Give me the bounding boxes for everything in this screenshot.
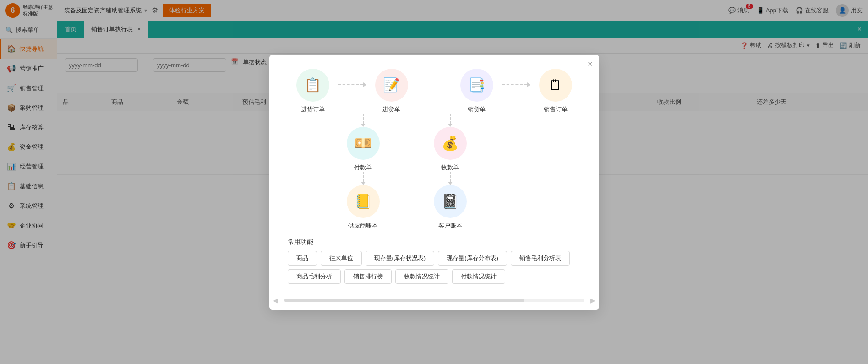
flow-item-payment[interactable]: 💴 付款单 [338,127,388,172]
supplier-ledger-label: 供应商账本 [348,222,378,230]
payment-icon: 💴 [347,127,380,160]
common-functions-section: 常用功能 商品 往来单位 现存量(库存状况表) 现存量(库存分布表) 销售毛利分… [288,238,581,284]
arrow-purchase-order-to-slip [338,82,366,87]
customer-ledger-icon: 📓 [434,185,467,218]
payment-label: 付款单 [354,163,372,172]
flow-item-purchase-order[interactable]: 📋 进货订单 [288,69,338,114]
supplier-ledger-icon: 📒 [347,185,380,218]
flow-item-receipt[interactable]: 💰 收款单 [425,127,475,172]
purchase-slip-label: 进货单 [382,105,400,114]
flow-item-sales-order[interactable]: 🗒 销售订单 [530,69,581,114]
flow-item-purchase-slip[interactable]: 📝 进货单 [366,69,417,114]
flow-item-sales-slip[interactable]: 📑 销货单 [452,69,502,114]
btn-receipt-stats[interactable]: 收款情况统计 [395,269,448,284]
quick-nav-modal: × 📋 进货订单 📝 进货单 [269,55,599,310]
btn-partner[interactable]: 往来单位 [321,251,362,266]
btn-sales-gross[interactable]: 销售毛利分析表 [511,251,570,266]
modal-close-button[interactable]: × [588,60,593,69]
btn-product[interactable]: 商品 [288,251,317,266]
flow-item-supplier-ledger[interactable]: 📒 供应商账本 [338,185,388,230]
btn-product-gross[interactable]: 商品毛利分析 [288,269,341,284]
common-buttons-container: 商品 往来单位 现存量(库存状况表) 现存量(库存分布表) 销售毛利分析表 商品… [288,251,581,284]
purchase-order-icon: 📋 [296,69,329,102]
purchase-slip-icon: 📝 [375,69,408,102]
customer-ledger-label: 客户账本 [438,222,462,230]
purchase-order-label: 进货订单 [301,105,325,114]
scroll-left-arrow[interactable]: ◀ [269,297,278,304]
receipt-icon: 💰 [434,127,467,160]
modal-overlay[interactable]: × 📋 进货订单 📝 进货单 [0,0,868,364]
common-functions-title: 常用功能 [288,238,581,246]
flow-item-customer-ledger[interactable]: 📓 客户账本 [425,185,475,230]
sales-slip-icon: 📑 [460,69,493,102]
btn-payment-stats[interactable]: 付款情况统计 [452,269,505,284]
modal-body: 📋 进货订单 📝 进货单 [269,55,599,293]
btn-stock-status[interactable]: 现存量(库存状况表) [366,251,435,266]
arrow-sales-slip-down [448,114,453,127]
scroll-thumb[interactable] [284,299,524,302]
arrow-receipt-down [448,172,453,185]
scroll-right-arrow[interactable]: ▶ [590,297,599,304]
btn-sales-rank[interactable]: 销售排行榜 [344,269,392,284]
btn-stock-dist[interactable]: 现存量(库存分布表) [438,251,507,266]
scroll-track [284,299,584,302]
arrow-purchase-slip-down [361,114,366,127]
receipt-label: 收款单 [441,163,459,172]
modal-scrollbar: ◀ ▶ [269,293,599,310]
sales-order-label: 销售订单 [544,105,568,114]
sales-order-icon: 🗒 [539,69,572,102]
arrow-payment-down [361,172,366,185]
sales-slip-label: 销货单 [468,105,486,114]
arrow-sales-order-to-slip [502,82,530,87]
